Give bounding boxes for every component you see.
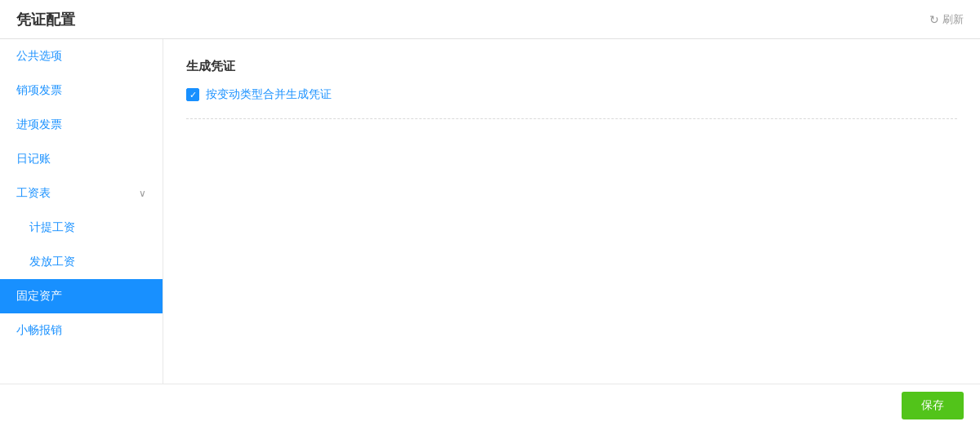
sidebar-item-purchase-invoice[interactable]: 进项发票 bbox=[0, 108, 163, 142]
sidebar-item-calculate-salary[interactable]: 计提工资 bbox=[0, 211, 163, 245]
refresh-button[interactable]: ↻ 刷新 bbox=[929, 12, 964, 27]
sidebar-item-fixed-assets[interactable]: 固定资产 bbox=[0, 279, 163, 313]
sidebar-label-payroll-table: 工资表 bbox=[16, 186, 51, 201]
main-layout: 公共选项销项发票进项发票日记账工资表∨计提工资发放工资固定资产小畅报销 生成凭证… bbox=[0, 39, 980, 384]
refresh-label: 刷新 bbox=[942, 12, 964, 27]
sidebar-label-distribute-salary: 发放工资 bbox=[29, 255, 75, 269]
sidebar-item-sales-invoice[interactable]: 销项发票 bbox=[0, 73, 163, 108]
sidebar-label-expense-report: 小畅报销 bbox=[16, 323, 62, 338]
section-title: 生成凭证 bbox=[186, 59, 957, 74]
save-button[interactable]: 保存 bbox=[902, 392, 964, 419]
sidebar-item-payroll-table[interactable]: 工资表∨ bbox=[0, 176, 163, 211]
content-area: 生成凭证 按变动类型合并生成凭证 bbox=[163, 39, 980, 384]
checkbox-row: 按变动类型合并生成凭证 bbox=[186, 87, 957, 102]
sidebar-item-expense-report[interactable]: 小畅报销 bbox=[0, 313, 163, 348]
page-footer: 保存 bbox=[0, 384, 980, 426]
sidebar-label-sales-invoice: 销项发票 bbox=[16, 83, 62, 98]
sidebar: 公共选项销项发票进项发票日记账工资表∨计提工资发放工资固定资产小畅报销 bbox=[0, 39, 163, 384]
sidebar-item-public-options[interactable]: 公共选项 bbox=[0, 39, 163, 73]
page-title: 凭证配置 bbox=[16, 10, 75, 29]
refresh-icon: ↻ bbox=[929, 13, 939, 26]
sidebar-label-public-options: 公共选项 bbox=[16, 49, 62, 64]
sidebar-item-journal[interactable]: 日记账 bbox=[0, 142, 163, 176]
sidebar-label-fixed-assets: 固定资产 bbox=[16, 289, 62, 304]
merge-voucher-checkbox[interactable] bbox=[186, 88, 199, 101]
sidebar-label-calculate-salary: 计提工资 bbox=[29, 220, 75, 235]
sidebar-label-journal: 日记账 bbox=[16, 152, 51, 166]
section-divider bbox=[186, 118, 957, 119]
sidebar-label-purchase-invoice: 进项发票 bbox=[16, 118, 62, 132]
sidebar-item-distribute-salary[interactable]: 发放工资 bbox=[0, 245, 163, 279]
merge-voucher-label[interactable]: 按变动类型合并生成凭证 bbox=[206, 87, 332, 102]
chevron-down-icon: ∨ bbox=[139, 188, 146, 199]
page-header: 凭证配置 ↻ 刷新 bbox=[0, 0, 980, 39]
